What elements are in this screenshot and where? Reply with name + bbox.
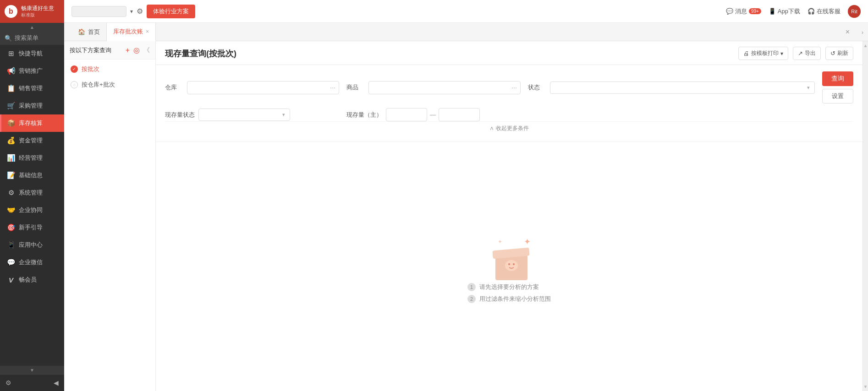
scheme-settings-btn[interactable]: ◎ xyxy=(133,46,140,54)
sidebar-item-membership[interactable]: V 畅会员 xyxy=(0,271,64,288)
sales-icon: 📋 xyxy=(7,84,15,92)
sidebar-scroll-down[interactable]: ▼ xyxy=(0,366,64,374)
goods-input[interactable] xyxy=(368,81,521,94)
settings-button[interactable]: ⚙ xyxy=(5,379,11,386)
warehouse-input[interactable] xyxy=(187,81,339,94)
query-btn[interactable]: 查询 xyxy=(822,71,853,86)
empty-illustration: ✦ ✦ xyxy=(486,230,532,276)
system-icon: ⚙ xyxy=(7,189,15,197)
hint-2-text: 用过滤条件来缩小分析范围 xyxy=(479,295,551,303)
sidebar-item-wechat[interactable]: 💬 企业微信 xyxy=(0,254,64,271)
stock-qty-label: 现存量（主） xyxy=(346,111,382,119)
empty-hints: 1 请先选择要分析的方案 2 用过滤条件来缩小分析范围 xyxy=(467,283,551,303)
enterprise-icon: 🤝 xyxy=(7,206,15,214)
warehouse-field: 仓库 ··· xyxy=(165,81,339,94)
sidebar-item-inventory[interactable]: 📦 库存核算 xyxy=(0,114,64,132)
app-download-btn[interactable]: 📱 App下载 xyxy=(769,7,800,16)
main-content: 现存量查询(按批次) 🖨 按模板打印 ▾ ↗ 导出 ↺ 刷新 xyxy=(156,41,863,391)
warehouse-more-btn[interactable]: ··· xyxy=(330,84,335,91)
svg-text:✦: ✦ xyxy=(498,239,502,245)
print-btn[interactable]: 🖨 按模板打印 ▾ xyxy=(738,47,788,60)
filter-items-list: ✓ 按批次 ○ 按仓库+批次 xyxy=(64,60,155,391)
message-btn[interactable]: 💬 消息 99+ xyxy=(726,7,761,16)
status-select[interactable]: ▾ xyxy=(550,81,815,94)
sidebar-item-system[interactable]: ⚙ 系统管理 xyxy=(0,184,64,201)
sidebar-item-quick-nav[interactable]: ⊞ 快捷导航 xyxy=(0,45,64,62)
tab-inventory-batch[interactable]: 库存批次账 × xyxy=(107,23,156,41)
page-header-actions: 🖨 按模板打印 ▾ ↗ 导出 ↺ 刷新 xyxy=(738,47,853,60)
close-all-tabs-btn[interactable]: × xyxy=(846,28,850,36)
app-title: 畅康通好生意 标准版 xyxy=(21,5,54,18)
topbar-right: 💬 消息 99+ 📱 App下载 🎧 在线客服 Rit xyxy=(726,5,861,18)
message-badge: 99+ xyxy=(749,8,761,14)
print-dropdown-arrow[interactable]: ▾ xyxy=(780,50,783,57)
settings-btn[interactable]: 设置 xyxy=(822,89,853,103)
range-dash: — xyxy=(430,111,436,118)
sidebar-item-newbie[interactable]: 🎯 新手引导 xyxy=(0,219,64,236)
tab-home[interactable]: 🏠 首页 xyxy=(71,23,107,41)
query-actions: 查询 设置 xyxy=(822,71,853,103)
sidebar-item-app-center[interactable]: 📱 应用中心 xyxy=(0,236,64,254)
membership-icon: V xyxy=(7,276,15,284)
refresh-icon: ↺ xyxy=(830,50,835,57)
sidebar-item-basic-info[interactable]: 📝 基础信息 xyxy=(0,167,64,184)
stock-status-select[interactable]: ▾ xyxy=(198,109,290,121)
hint-2-num: 2 xyxy=(467,295,476,303)
topbar-dropdown-btn[interactable]: ▾ xyxy=(130,8,133,15)
sidebar-footer: ⚙ ◀ xyxy=(0,374,64,391)
online-service-btn[interactable]: 🎧 在线客服 xyxy=(808,7,841,16)
svg-point-5 xyxy=(508,263,510,265)
tab-close-btn[interactable]: × xyxy=(146,28,149,35)
quick-nav-icon: ⊞ xyxy=(7,49,15,58)
stock-status-label: 现存量状态 xyxy=(165,111,195,119)
sidebar-search-item[interactable]: 🔍 搜索菜单 xyxy=(0,31,64,45)
right-scrollbar[interactable]: ▲ ▼ xyxy=(863,41,868,391)
print-icon: 🖨 xyxy=(743,50,749,57)
app-download-icon: 📱 xyxy=(769,8,776,15)
message-icon: 💬 xyxy=(726,8,733,15)
export-btn[interactable]: ↗ 导出 xyxy=(793,47,821,60)
goods-label: 商品 xyxy=(346,83,365,92)
sidebar-item-finance[interactable]: 💰 资金管理 xyxy=(0,132,64,149)
breadcrumb-input[interactable] xyxy=(71,6,126,17)
topbar-gear-btn[interactable]: ⚙ xyxy=(137,7,143,16)
filter-item-by-warehouse-batch[interactable]: ○ 按仓库+批次 xyxy=(64,77,155,92)
scrollbar-down-btn[interactable]: ▼ xyxy=(863,383,868,390)
collapse-more-btn[interactable]: ∧ 收起更多条件 xyxy=(165,121,853,135)
search-row-1: 仓库 ··· 商品 ··· xyxy=(165,71,853,103)
refresh-btn[interactable]: ↺ 刷新 xyxy=(825,47,853,60)
stock-status-arrow: ▾ xyxy=(282,112,285,118)
add-scheme-btn[interactable]: + xyxy=(126,46,130,54)
filter-dot-active: ✓ xyxy=(71,65,78,73)
headset-icon: 🎧 xyxy=(808,8,815,15)
basic-info-icon: 📝 xyxy=(7,171,15,179)
filter-panel-header: 按以下方案查询 + ◎ 《 xyxy=(64,41,155,60)
goods-more-btn[interactable]: ··· xyxy=(511,84,517,91)
page-header: 现存量查询(按批次) 🖨 按模板打印 ▾ ↗ 导出 ↺ 刷新 xyxy=(156,41,863,65)
scrollbar-up-btn[interactable]: ▲ xyxy=(863,42,868,49)
empty-state: ✦ ✦ 1 请先选择要分析的方案 2 xyxy=(156,142,863,391)
svg-point-6 xyxy=(513,263,515,265)
sidebar-item-operations[interactable]: 📊 经营管理 xyxy=(0,149,64,167)
experience-btn[interactable]: 体验行业方案 xyxy=(147,5,195,18)
filter-collapse-btn[interactable]: 《 xyxy=(143,46,150,54)
export-icon: ↗ xyxy=(798,50,803,57)
hint-1-num: 1 xyxy=(467,283,476,291)
user-avatar[interactable]: Rit xyxy=(848,5,861,18)
filter-item-by-batch[interactable]: ✓ 按批次 xyxy=(64,61,155,77)
sidebar-scroll-up[interactable]: ▲ xyxy=(0,23,64,31)
inventory-icon: 📦 xyxy=(7,119,15,127)
tabbar-scroll-btn[interactable]: › xyxy=(862,28,863,35)
goods-field: 商品 ··· xyxy=(346,81,521,94)
sidebar-item-purchase[interactable]: 🛒 采购管理 xyxy=(0,97,64,114)
collapse-sidebar-button[interactable]: ◀ xyxy=(54,379,59,386)
empty-hint-2: 2 用过滤条件来缩小分析范围 xyxy=(467,295,551,303)
search-icon: 🔍 xyxy=(5,35,12,42)
sidebar-item-enterprise[interactable]: 🤝 企业协同 xyxy=(0,201,64,219)
sidebar-item-marketing[interactable]: 📢 营销推广 xyxy=(0,62,64,80)
stock-qty-max[interactable] xyxy=(439,108,480,121)
warehouse-input-wrap: ··· xyxy=(187,81,339,94)
page-title: 现存量查询(按批次) xyxy=(165,48,236,59)
stock-qty-min[interactable] xyxy=(386,108,427,121)
sidebar-item-sales[interactable]: 📋 销售管理 xyxy=(0,80,64,97)
